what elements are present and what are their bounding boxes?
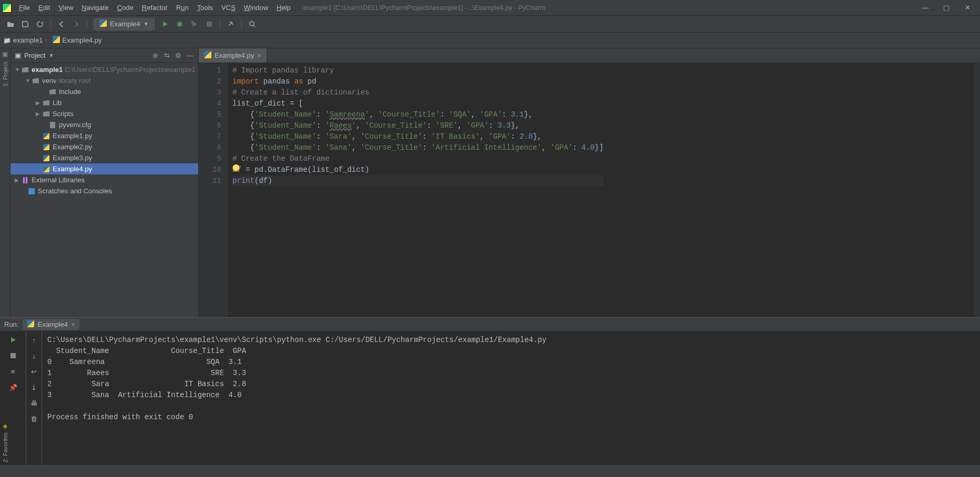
print-icon[interactable]: 🖶 [29,398,39,408]
scratch-icon [27,188,36,194]
tree-root[interactable]: ▼ example1 C:\Users\DELL\PycharmProjects… [11,64,198,75]
python-icon [42,155,50,161]
menu-vcs[interactable]: VCS [217,2,240,14]
breadcrumb-label: example1 [13,36,43,44]
menu-tools[interactable]: Tools [193,2,217,14]
tree-item[interactable]: Include [11,86,198,97]
scroll-end-icon[interactable]: ⤓ [29,382,39,392]
close-icon[interactable] [71,320,75,328]
panel-actions: ⊕ ⇆ ⚙ — [151,51,194,60]
rerun-icon[interactable] [8,335,18,345]
up-icon[interactable]: ↑ [29,335,39,345]
coverage-button[interactable] [188,18,201,30]
folder-icon [42,100,50,106]
run-toolbar-right: ↑ ↓ ↩ ⤓ 🖶 🗑 [26,331,42,464]
nav-forward-icon[interactable] [70,18,83,30]
project-panel-title[interactable]: ▣ Project ▼ [15,51,54,59]
tree-item[interactable]: ▶ Scripts [11,108,198,119]
hide-icon[interactable]: — [186,51,194,60]
maximize-button[interactable]: ▢ [940,2,953,14]
editor-tabs: Example4.py [199,48,980,63]
svg-rect-2 [207,22,212,27]
tree-external-libs[interactable]: ▶ External Libraries [11,174,198,185]
menu-refactor[interactable]: Refactor [138,2,172,14]
settings-icon[interactable] [224,18,237,30]
editor-gutter[interactable]: 1234567891011 [199,63,228,317]
project-tree[interactable]: ▼ example1 C:\Users\DELL\PycharmProjects… [11,63,198,317]
favorites-strip-button[interactable]: 2: Favorites [2,430,8,464]
run-config-selector[interactable]: Example4 ▼ [94,18,155,30]
left-tool-strip: ▣ 1: Project [0,48,11,317]
clear-icon[interactable]: 🗑 [29,413,39,424]
breadcrumb-project[interactable]: example1 [3,36,43,44]
tree-scratches[interactable]: Scratches and Consoles [11,185,198,196]
run-tab[interactable]: Example4 [23,319,79,330]
project-panel: ▣ Project ▼ ⊕ ⇆ ⚙ — ▼ example1 C:\Users\… [11,48,199,317]
nav-back-icon[interactable] [55,18,68,30]
library-icon [21,177,29,183]
tree-item[interactable]: ▶ Lib [11,97,198,108]
menu-view[interactable]: View [54,2,77,14]
svg-rect-1 [191,21,193,23]
menu-edit[interactable]: Edit [34,2,54,14]
app-icon [2,3,12,13]
down-icon[interactable]: ↓ [29,350,39,361]
debug-button[interactable] [173,18,186,30]
collapse-all-icon[interactable]: ⇆ [162,51,171,60]
python-icon [42,166,50,172]
menu-window[interactable]: Window [240,2,272,14]
minimize-button[interactable]: — [919,2,932,14]
locate-icon[interactable]: ⊕ [151,51,159,60]
tree-item[interactable]: pyvenv.cfg [11,119,198,130]
code-editor[interactable]: 1234567891011 # Import pandas libraryimp… [199,63,980,317]
tree-pyfile[interactable]: Example3.py [11,152,198,163]
sync-icon[interactable] [34,18,46,30]
tree-pyfile-selected[interactable]: Example4.py [11,163,198,174]
stop-button[interactable] [203,18,216,30]
save-all-icon[interactable] [19,18,32,30]
menu-help[interactable]: Help [272,2,295,14]
tree-pyfile[interactable]: Example1.py [11,130,198,141]
folder-icon [21,67,29,72]
menubar: FileEditViewNavigateCodeRefactorRunTools… [0,0,980,16]
editor-area: Example4.py 1234567891011 # Import panda… [199,48,980,317]
tree-venv[interactable]: ▼ venv library root [11,75,198,86]
console-output[interactable]: C:\Users\DELL\PycharmProjects\example1\v… [42,331,980,464]
tree-tag: library root [58,77,90,85]
chevron-down-icon: ▼ [144,21,149,27]
editor-tab-active[interactable]: Example4.py [199,48,267,63]
tree-pyfile[interactable]: Example2.py [11,141,198,152]
menu-file[interactable]: File [15,2,34,14]
svg-point-0 [178,22,182,26]
close-icon[interactable] [257,51,261,60]
breadcrumb-file[interactable]: Example4.py [53,36,101,45]
tree-label: Scratches and Consoles [38,187,112,195]
gear-icon[interactable]: ⚙ [174,51,182,60]
open-icon[interactable] [4,18,17,30]
project-panel-header: ▣ Project ▼ ⊕ ⇆ ⚙ — [11,48,198,63]
editor-marker-strip[interactable] [974,63,980,317]
run-tool-window: Run: Example4 ≡ 📌 ↑ ↓ ↩ ⤓ 🖶 🗑 C:\Users\D… [0,317,980,464]
intention-bulb-icon[interactable] [232,164,240,172]
tree-label: Scripts [53,110,74,118]
tree-label: Example2.py [53,143,92,151]
svg-rect-4 [11,353,16,358]
tree-path: C:\Users\DELL\PycharmProjects\example1 [65,66,196,74]
workspace: ▣ 1: Project ▣ Project ▼ ⊕ ⇆ ⚙ — ▼ examp… [0,48,980,317]
menu-run[interactable]: Run [172,2,193,14]
stop-icon[interactable] [8,350,18,361]
python-icon [99,19,107,28]
soft-wrap-icon[interactable]: ↩ [29,366,39,377]
python-icon [53,36,60,45]
search-everywhere-icon[interactable] [246,18,259,30]
editor-code[interactable]: # Import pandas libraryimport pandas as … [228,63,604,317]
run-body: ≡ 📌 ↑ ↓ ↩ ⤓ 🖶 🗑 C:\Users\DELL\PycharmPro… [0,331,980,464]
menu-code[interactable]: Code [113,2,138,14]
project-strip-button[interactable]: 1: Project [2,60,8,88]
tree-label: pyvenv.cfg [59,121,91,129]
run-button[interactable] [159,18,171,30]
close-button[interactable]: ✕ [961,2,974,14]
layout-icon[interactable]: ≡ [8,366,18,377]
project-view-icon: ▣ [15,51,21,59]
menu-navigate[interactable]: Navigate [77,2,113,14]
